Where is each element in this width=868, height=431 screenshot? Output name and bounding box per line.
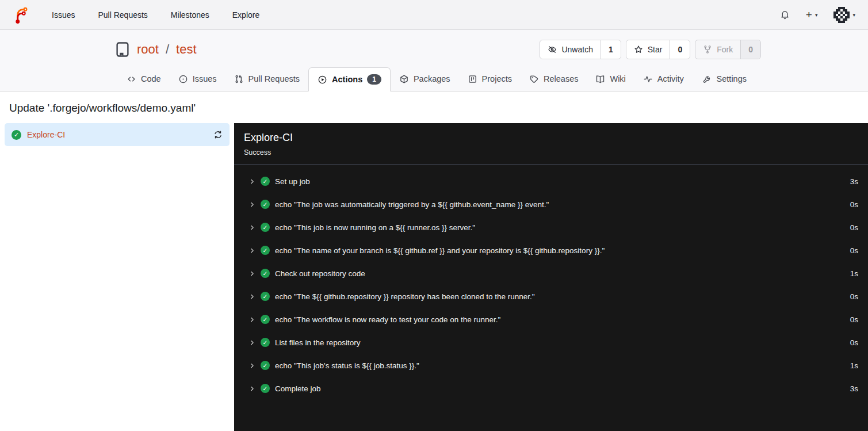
- repo-title: root / test: [114, 41, 197, 58]
- issue-circle-icon: [178, 74, 188, 84]
- tab-pull-requests[interactable]: Pull Requests: [225, 67, 308, 91]
- job-step-row[interactable]: echo "The workflow is now ready to test …: [234, 308, 868, 331]
- nav-item-pull-requests[interactable]: Pull Requests: [98, 10, 147, 20]
- success-check-icon: [261, 200, 270, 209]
- repo-action-buttons: Unwatch 1 Star 0: [540, 40, 761, 59]
- tab-label: Activity: [657, 74, 684, 83]
- tab-wiki[interactable]: Wiki: [587, 67, 634, 91]
- star-label: Star: [648, 45, 663, 54]
- step-label: Complete job: [275, 384, 321, 393]
- job-step-row[interactable]: List files in the repository 0s: [234, 331, 868, 354]
- project-board-icon: [468, 74, 477, 84]
- job-step-row[interactable]: echo "This job is now running on a ${{ r…: [234, 216, 868, 239]
- fork-button[interactable]: Fork: [695, 40, 740, 59]
- top-navbar: Issues Pull Requests Milestones Explore …: [0, 0, 868, 30]
- tab-actions[interactable]: Actions 1: [308, 67, 391, 91]
- success-check-icon: [261, 246, 270, 255]
- star-icon: [634, 45, 643, 54]
- step-label: echo "This job is now running on a ${{ r…: [275, 223, 475, 232]
- job-step-row[interactable]: Set up job 3s: [234, 170, 868, 193]
- fork-icon: [703, 45, 712, 54]
- chevron-right-icon[interactable]: [249, 363, 255, 369]
- nav-right: +: [780, 7, 855, 23]
- step-label: echo "The ${{ github.repository }} repos…: [275, 292, 535, 301]
- avatar: [833, 7, 850, 23]
- job-status-label: Success: [244, 148, 858, 157]
- step-duration: 3s: [850, 177, 858, 186]
- sidebar-job-explore-ci[interactable]: Explore-CI: [5, 123, 230, 146]
- forgejo-logo-icon[interactable]: [13, 6, 31, 24]
- nav-item-milestones[interactable]: Milestones: [171, 10, 209, 20]
- rerun-job-icon[interactable]: [213, 130, 223, 139]
- success-check-icon: [261, 338, 270, 347]
- tab-activity[interactable]: Activity: [634, 67, 693, 91]
- tab-label: Code: [141, 74, 161, 83]
- repo-separator: /: [166, 42, 169, 57]
- chevron-right-icon[interactable]: [249, 178, 255, 185]
- job-name-label: Explore-CI: [27, 130, 65, 139]
- step-label: echo "This job's status is ${{ job.statu…: [275, 361, 419, 370]
- job-step-row[interactable]: echo "The ${{ github.repository }} repos…: [234, 285, 868, 308]
- step-label: List files in the repository: [275, 338, 361, 347]
- chevron-right-icon[interactable]: [249, 270, 255, 277]
- tab-label: Wiki: [610, 74, 625, 83]
- unwatch-label: Unwatch: [561, 45, 592, 54]
- tab-label: Releases: [544, 74, 578, 83]
- success-check-icon: [12, 130, 21, 140]
- step-duration: 3s: [850, 384, 858, 393]
- package-icon: [399, 74, 409, 84]
- watchers-count[interactable]: 1: [601, 40, 621, 59]
- success-check-icon: [261, 315, 270, 324]
- tab-settings[interactable]: Settings: [694, 67, 755, 91]
- pull-request-icon: [234, 74, 244, 84]
- wrench-icon: [702, 74, 712, 84]
- book-open-icon: [595, 74, 605, 84]
- tab-packages[interactable]: Packages: [391, 67, 459, 91]
- tab-projects[interactable]: Projects: [459, 67, 521, 91]
- tab-label: Settings: [717, 74, 747, 83]
- create-new-button[interactable]: +: [806, 9, 818, 20]
- plus-icon: +: [806, 9, 812, 20]
- job-step-row[interactable]: echo "The job was automatically triggere…: [234, 193, 868, 216]
- repo-name-link[interactable]: test: [176, 42, 196, 57]
- tab-label: Packages: [414, 74, 450, 83]
- step-duration: 0s: [850, 223, 858, 232]
- tab-label: Pull Requests: [248, 74, 300, 83]
- success-check-icon: [261, 361, 270, 370]
- jobs-sidebar: Explore-CI: [0, 123, 234, 431]
- chevron-right-icon[interactable]: [249, 293, 255, 300]
- stars-count[interactable]: 0: [670, 40, 690, 59]
- job-step-row[interactable]: echo "The name of your branch is ${{ git…: [234, 239, 868, 262]
- chevron-right-icon[interactable]: [249, 386, 255, 392]
- nav-item-explore[interactable]: Explore: [232, 10, 259, 20]
- tab-issues[interactable]: Issues: [170, 67, 225, 91]
- step-label: Set up job: [275, 177, 310, 186]
- step-duration: 0s: [850, 315, 858, 324]
- repo-owner-link[interactable]: root: [137, 42, 159, 57]
- tab-releases[interactable]: Releases: [521, 67, 587, 91]
- chevron-right-icon[interactable]: [249, 201, 255, 208]
- nav-item-issues[interactable]: Issues: [52, 10, 75, 20]
- job-step-row[interactable]: Check out repository code 1s: [234, 262, 868, 285]
- app-root: Issues Pull Requests Milestones Explore …: [0, 0, 868, 431]
- eye-slash-icon: [548, 45, 557, 54]
- chevron-right-icon[interactable]: [249, 224, 255, 231]
- job-step-row[interactable]: echo "This job's status is ${{ job.statu…: [234, 354, 868, 377]
- job-step-row[interactable]: Complete job 3s: [234, 377, 868, 400]
- step-label: echo "The name of your branch is ${{ git…: [275, 246, 605, 255]
- star-button[interactable]: Star: [626, 40, 670, 59]
- unwatch-button[interactable]: Unwatch: [540, 40, 600, 59]
- chevron-right-icon[interactable]: [249, 340, 255, 346]
- step-duration: 1s: [850, 361, 858, 370]
- chevron-right-icon[interactable]: [249, 247, 255, 254]
- user-menu-button[interactable]: [833, 7, 855, 23]
- job-panel-title: Explore-CI: [244, 132, 858, 144]
- tab-code[interactable]: Code: [118, 67, 170, 91]
- notifications-bell-icon[interactable]: [780, 10, 790, 20]
- actions-count-badge: 1: [367, 74, 381, 85]
- success-check-icon: [261, 269, 270, 278]
- repository-icon: [114, 41, 131, 58]
- chevron-right-icon[interactable]: [249, 316, 255, 323]
- forks-count[interactable]: 0: [740, 40, 760, 59]
- step-duration: 1s: [850, 269, 858, 278]
